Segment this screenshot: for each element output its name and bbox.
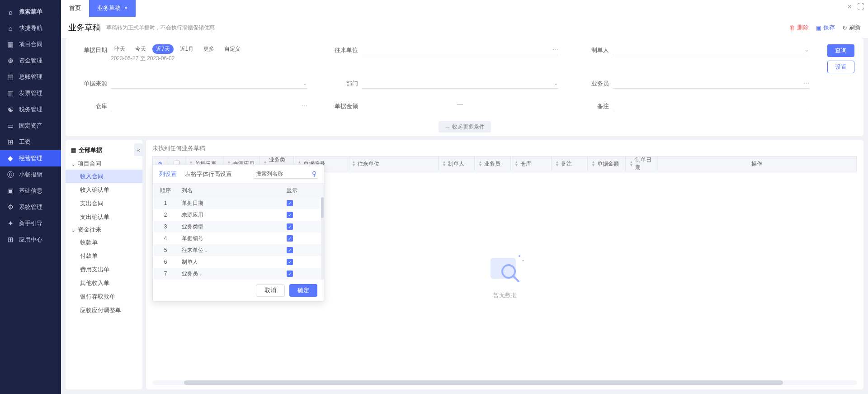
sidebar-icon: ▣ [6,187,14,195]
tree-leaf-0-0[interactable]: 收入合同 [66,170,142,183]
popover-tab-columns[interactable]: 列设置 [159,170,177,178]
col-note[interactable]: ▲▼备注 [552,157,588,171]
date-option-2[interactable]: 近7天 [152,44,174,54]
sidebar-item-4[interactable]: ▥发票管理 [0,85,61,101]
popover-row[interactable]: 1单据日期✓ [153,197,324,209]
tree-leaf-1-5[interactable]: 应收应付调整单 [66,304,142,317]
close-icon[interactable]: × [124,5,127,11]
col-amount[interactable]: ▲▼单据金额 [588,157,626,171]
delete-button[interactable]: 🗑删除 [789,24,809,32]
chevron-down-icon: ⌄ [302,80,307,86]
date-range: 2023-05-27 至 2023-06-02 [111,55,307,62]
col-maker[interactable]: ▲▼制单人 [439,157,475,171]
sidebar-item-label: 应用中心 [19,236,42,244]
warehouse-input[interactable]: ⋯ [111,100,307,111]
query-button[interactable]: 查询 [827,44,854,57]
tree-head[interactable]: ▦ 全部单据 [66,144,142,158]
operator-input[interactable]: ⋯ [613,78,809,89]
sidebar-icon: ✦ [6,219,14,228]
popover-row[interactable]: 2来源应用✓ [153,209,324,221]
tree-leaf-1-1[interactable]: 付款单 [66,249,142,263]
tree-leaf-0-3[interactable]: 支出确认单 [66,210,142,224]
show-checkbox[interactable]: ✓ [287,235,293,242]
date-option-3[interactable]: 近1月 [176,44,198,54]
show-checkbox[interactable]: ✓ [287,223,293,230]
page-title: 业务草稿 [68,22,101,33]
collapse-filters[interactable]: ︿ 收起更多条件 [439,121,491,133]
source-select[interactable]: ⌄ [111,78,307,89]
show-checkbox[interactable]: ✓ [287,259,293,265]
sidebar-item-5[interactable]: ☯税务管理 [0,101,61,118]
sidebar-item-13[interactable]: ⊞应用中心 [0,232,61,248]
refresh-button[interactable]: ↻刷新 [842,24,861,32]
sidebar-item-label: 经营管理 [19,154,42,162]
sidebar-item-label: 资金管理 [19,57,42,65]
save-button[interactable]: ▣保存 [816,24,835,32]
sidebar-item-12[interactable]: ✦新手引导 [0,215,61,232]
popover-row[interactable]: 3业务类型✓ [153,221,324,233]
show-checkbox[interactable]: ✓ [287,200,293,206]
amount-range[interactable]: — [362,100,558,107]
popover-row[interactable]: 7业务员⌄✓ [153,268,324,280]
popover-row[interactable]: 4单据编号✓ [153,233,324,244]
col-warehouse[interactable]: ▲▼仓库 [511,157,552,171]
col-unit[interactable]: ▲▼往来单位 [348,157,439,171]
sidebar-item-7[interactable]: ⊞工资 [0,134,61,150]
dept-select[interactable]: ⌄ [362,78,558,89]
sidebar-item-8[interactable]: ◆经营管理 [0,150,61,166]
sidebar-item-label: 系统管理 [19,203,42,211]
sidebar-item-2[interactable]: ⊛资金管理 [0,52,61,69]
show-checkbox[interactable]: ✓ [287,271,293,277]
search-icon[interactable]: ⚲ [312,170,316,177]
show-checkbox[interactable]: ✓ [287,212,293,218]
sidebar-item-0[interactable]: ⌂快捷导航 [0,20,61,36]
tab-active[interactable]: 业务草稿 × [89,0,136,17]
show-checkbox[interactable]: ✓ [287,247,293,253]
settings-button[interactable]: 设置 [827,61,854,73]
date-option-0[interactable]: 昨天 [111,44,129,54]
tree-group-0[interactable]: ⌄项目合同 [66,158,142,170]
date-option-4[interactable]: 更多 [200,44,218,54]
sidebar-item-6[interactable]: ▭固定资产 [0,118,61,134]
tree-leaf-1-4[interactable]: 银行存取款单 [66,290,142,304]
tree-collapse-button[interactable]: « [134,143,143,156]
popover-tab-font[interactable]: 表格字体行高设置 [185,170,232,178]
col-operator[interactable]: ▲▼业务员 [475,157,511,171]
sidebar-item-label: 新手引导 [19,219,42,228]
popover-cancel-button[interactable]: 取消 [256,284,285,297]
label-date: 单据日期 [75,44,107,54]
tree-leaf-0-1[interactable]: 收入确认单 [66,183,142,197]
popover-search-input[interactable] [254,169,317,179]
popover-row[interactable]: 5往来单位⌄✓ [153,244,324,256]
tree-leaf-1-0[interactable]: 收款单 [66,236,142,249]
maker-select[interactable]: ⌄ [613,44,809,55]
tabs-bar: 首页 业务草稿 × × ⛶ [61,0,868,17]
popover-ok-button[interactable]: 确定 [289,284,317,297]
sidebar-item-label: 发票管理 [19,89,42,97]
note-input[interactable] [613,100,809,111]
date-option-5[interactable]: 自定义 [221,44,244,54]
popover-row[interactable]: 6制单人✓ [153,256,324,268]
tree-leaf-1-2[interactable]: 费用支出单 [66,263,142,276]
tree-group-1[interactable]: ⌄资金往来 [66,224,142,236]
tree-leaf-0-2[interactable]: 支出合同 [66,197,142,210]
search-menu[interactable]: ⌕ 搜索菜单 [0,4,61,20]
chevron-down-icon: ⌄ [553,80,558,86]
sidebar-item-9[interactable]: Ⓖ小畅报销 [0,166,61,183]
trash-icon: 🗑 [789,24,795,31]
h-scrollbar[interactable] [152,380,857,385]
fullscreen-icon[interactable]: ⛶ [857,3,864,11]
sidebar-item-3[interactable]: ▤总账管理 [0,69,61,85]
sidebar-item-1[interactable]: ▦项目合同 [0,36,61,52]
popover-scrollbar[interactable] [321,197,324,280]
sidebar-item-10[interactable]: ▣基础信息 [0,183,61,199]
chevron-up-icon: ︿ [445,123,450,131]
svg-point-4 [522,260,524,261]
col-makedate[interactable]: ▲▼制单日期 [626,157,657,171]
unit-input[interactable]: ⋯ [362,44,558,55]
tab-home[interactable]: 首页 [61,0,89,17]
sidebar-item-11[interactable]: ⚙系统管理 [0,199,61,215]
tree-leaf-1-3[interactable]: 其他收入单 [66,276,142,290]
window-close-icon[interactable]: × [848,3,852,11]
date-option-1[interactable]: 今天 [132,44,150,54]
